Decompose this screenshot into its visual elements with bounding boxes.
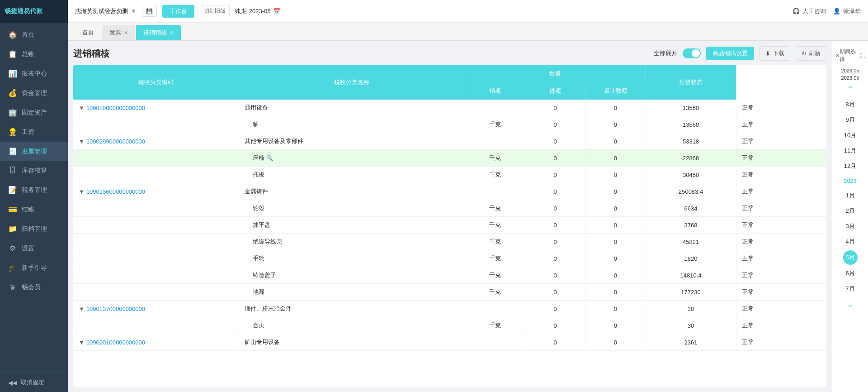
panel-expand-icon[interactable]: ⛶ xyxy=(860,53,865,59)
sidebar-item-member[interactable]: ♛ 畅会员 xyxy=(0,277,68,297)
cell-tax-name: 绝缘导线壳 xyxy=(239,234,465,250)
sidebar-item-assets[interactable]: 🏢 固定资产 xyxy=(0,103,68,122)
product-code-settings-button[interactable]: 商品编码设置 xyxy=(706,47,754,60)
expand-icon[interactable]: ▼ xyxy=(79,339,85,346)
sidebar-item-archive[interactable]: 📁 归档管理 xyxy=(0,219,68,239)
cell-total: 22868 xyxy=(646,150,736,167)
sidebar-item-inventory[interactable]: 🗄 库存核算 xyxy=(0,161,68,180)
period-month-12[interactable]: 12月 xyxy=(832,158,868,174)
tab-invoice-close-icon[interactable]: ✕ xyxy=(124,30,128,36)
cell-tax-name: 铸造盖子 xyxy=(239,267,465,284)
table-row: ▼109010000000000000通用设备0013560正常 xyxy=(73,100,826,116)
page-title: 进销稽核 xyxy=(73,48,109,60)
user-name: 徐泽华 xyxy=(843,7,861,15)
user-profile[interactable]: 👤 徐泽华 xyxy=(833,7,861,15)
cell-unit xyxy=(465,183,525,200)
tab-reconcile[interactable]: 进销稽核 ✕ xyxy=(136,25,181,40)
panel-scroll-down-button[interactable]: ⌄ xyxy=(832,296,868,312)
cell-tax-code: ▼109020100000000000 xyxy=(73,334,239,351)
period-month-4[interactable]: 4月 xyxy=(832,234,868,249)
cell-unit: 千克 xyxy=(465,150,525,167)
period-month-10[interactable]: 10月 xyxy=(832,128,868,143)
toggle-expand-switch[interactable] xyxy=(683,48,701,58)
code-value: 109020100000000000 xyxy=(86,339,145,346)
tab-reconcile-close-icon[interactable]: ✕ xyxy=(170,30,174,36)
sidebar-item-settlement[interactable]: 💳 结账 xyxy=(0,200,68,219)
cell-total: 30 xyxy=(646,317,736,334)
expand-icon[interactable]: ▼ xyxy=(79,306,85,312)
period-month-3[interactable]: 3月 xyxy=(832,219,868,234)
sidebar-item-tax[interactable]: 📝 税务管理 xyxy=(0,180,68,200)
period-month-11[interactable]: 11月 xyxy=(832,143,868,158)
th-purchase: 进项 xyxy=(525,82,585,100)
save-draft-button[interactable]: 💾 xyxy=(142,6,157,17)
sidebar-unpin-button[interactable]: ◀◀ 取消固定 xyxy=(0,373,68,392)
service-label: 人工咨询 xyxy=(802,7,826,15)
period-month-5-active[interactable]: 5月 xyxy=(843,250,858,265)
cell-total: 177230 xyxy=(646,284,736,301)
data-table: 税收分类编码 税收分类名称 数量 预警状态 销项 进项 累计数额 xyxy=(73,65,826,351)
cell-status: 正常 xyxy=(736,183,826,200)
cell-sale: 0 xyxy=(525,100,585,116)
reports-icon: 📊 xyxy=(8,69,17,78)
sidebar-item-invoice[interactable]: 🧾 发票管理 xyxy=(0,142,68,161)
sidebar-item-finance[interactable]: 💰 资金管理 xyxy=(0,83,68,103)
cell-total: 14810.4 xyxy=(646,267,736,284)
cell-unit: 千克 xyxy=(465,267,525,284)
refresh-button[interactable]: ↻ 刷新 xyxy=(796,46,826,61)
sidebar-item-reports[interactable]: 📊 报表中心 xyxy=(0,64,68,83)
expand-icon[interactable]: ▼ xyxy=(79,105,85,111)
cell-unit: 千克 xyxy=(465,317,525,334)
cell-total: 45821 xyxy=(646,234,736,250)
period-month-6[interactable]: 6月 xyxy=(832,266,868,281)
cell-unit: 千克 xyxy=(465,234,525,250)
workbench-button[interactable]: 工作台 xyxy=(162,5,194,18)
panel-scroll-up-button[interactable]: ⌃ xyxy=(832,81,868,97)
cell-tax-name: 座椅 🔍 xyxy=(239,150,465,167)
download-button[interactable]: ⬇ 下载 xyxy=(760,46,790,61)
sidebar-item-guide[interactable]: 🎓 新手引导 xyxy=(0,258,68,277)
expand-icon[interactable]: ▼ xyxy=(79,138,85,145)
period-month-7[interactable]: 7月 xyxy=(832,281,868,296)
cell-purchase: 0 xyxy=(585,133,646,150)
member-icon: ♛ xyxy=(8,283,17,292)
panel-close-icon[interactable]: ✕ xyxy=(835,53,840,59)
expand-icon[interactable]: ▼ xyxy=(79,188,85,195)
sidebar-item-ledger-label: 总账 xyxy=(22,50,34,58)
th-tax-name: 税收分类名称 xyxy=(239,65,465,100)
period-month-1[interactable]: 1月 xyxy=(832,188,868,203)
sidebar-item-payroll[interactable]: 👷 工资 xyxy=(0,122,68,142)
search-icon[interactable]: 🔍 xyxy=(266,155,273,161)
table-row: ▼109029900000000000其他专用设备及零部件0053318正常 xyxy=(73,133,826,150)
cell-status: 正常 xyxy=(736,250,826,267)
cell-status: 正常 xyxy=(736,116,826,133)
sidebar-item-home[interactable]: 🏠 首页 xyxy=(0,25,68,44)
cell-unit: 千克 xyxy=(465,250,525,267)
cell-status: 正常 xyxy=(736,334,826,351)
service-link[interactable]: 🎧 人工咨询 xyxy=(793,7,826,15)
cell-unit xyxy=(465,133,525,150)
company-selector[interactable]: 沈海英测试经营勿删 ▼ xyxy=(75,7,137,15)
cell-tax-code xyxy=(73,150,239,167)
cell-sale: 0 xyxy=(525,116,585,133)
cell-tax-name: 矿山专用设备 xyxy=(239,334,465,351)
cell-total: 6634 xyxy=(646,200,736,217)
period-month-8[interactable]: 8月 xyxy=(832,97,868,112)
page-actions: 全部展开 商品编码设置 ⬇ 下载 ↻ 刷新 xyxy=(654,46,826,61)
headset-icon: 🎧 xyxy=(793,8,800,14)
cell-total: 13560 xyxy=(646,100,736,116)
cell-total: 30 xyxy=(646,301,736,317)
tab-invoice[interactable]: 发票 ✕ xyxy=(102,25,135,40)
sidebar-item-settings[interactable]: ⚙ 设置 xyxy=(0,239,68,258)
switch-version-button[interactable]: 切到旧版 xyxy=(200,5,230,17)
period-month-2[interactable]: 2月 xyxy=(832,203,868,219)
tab-home[interactable]: 首页 xyxy=(75,25,101,40)
period-range-2[interactable]: 2023.05 xyxy=(832,74,868,81)
period-month-9[interactable]: 9月 xyxy=(832,112,868,128)
sidebar-item-ledger[interactable]: 📋 总账 xyxy=(0,44,68,64)
cell-status: 正常 xyxy=(736,317,826,334)
tab-home-label: 首页 xyxy=(82,29,94,37)
cell-sale: 0 xyxy=(525,167,585,183)
period-range-1[interactable]: 2023.05 xyxy=(832,67,868,74)
sidebar-item-invoice-label: 发票管理 xyxy=(22,148,47,156)
